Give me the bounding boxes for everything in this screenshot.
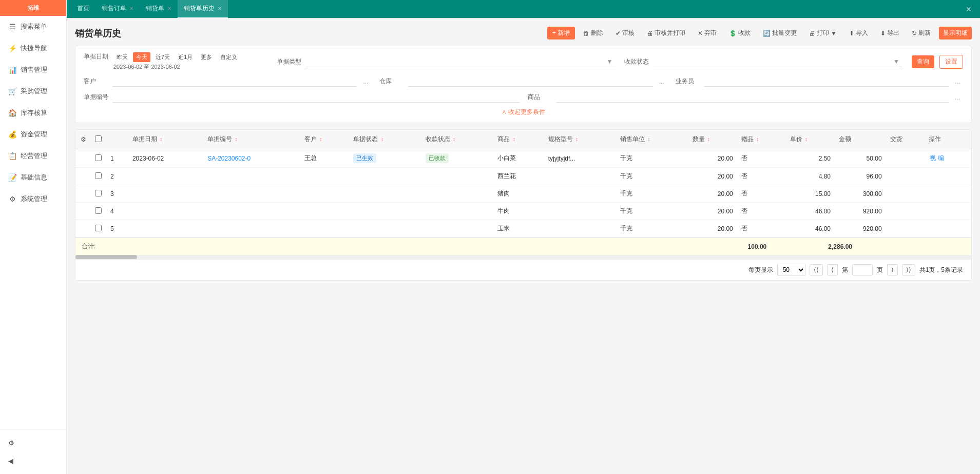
new-button[interactable]: + 新增: [547, 27, 575, 40]
collect-icon: 💲: [729, 30, 737, 37]
table-header-sales-unit[interactable]: 销售单位 ↕: [616, 130, 688, 149]
sidebar-item-sys-mgmt[interactable]: ⚙ 系统管理: [0, 188, 66, 210]
table-header-customer[interactable]: 客户 ↕: [300, 130, 349, 149]
sidebar-item-quick-nav[interactable]: ⚡ 快捷导航: [0, 37, 66, 59]
table-header-spec[interactable]: 规格型号 ↕: [544, 130, 616, 149]
warehouse-ellipsis[interactable]: ...: [656, 77, 667, 86]
delete-button[interactable]: 🗑 删除: [579, 27, 607, 40]
total-label: 合计:: [82, 242, 95, 251]
customer-input[interactable]: [112, 76, 357, 87]
tab-sales-history[interactable]: 销货单历史 ✕: [178, 0, 228, 18]
row-num-cell: 2: [106, 168, 128, 185]
filter-goods: 商品 ...: [528, 92, 964, 103]
table-scrollbar[interactable]: [75, 255, 971, 259]
purchase-mgmt-icon: 🛒: [8, 87, 16, 95]
sidebar-item-sales-mgmt[interactable]: 📊 销售管理: [0, 59, 66, 81]
filter-payment-status: 收款状态 ▼ 查询 设置: [624, 55, 964, 69]
sidebar-item-operations-mgmt[interactable]: 📋 经营管理: [0, 145, 66, 167]
date-tag-1month[interactable]: 近1月: [175, 52, 196, 62]
table-header-goods[interactable]: 商品 ↕: [493, 130, 544, 149]
settings-filter-button[interactable]: 设置: [939, 55, 963, 69]
print-button[interactable]: 🖨 打印 ▼: [805, 27, 841, 40]
table-settings-btn[interactable]: ⚙: [75, 130, 91, 149]
audit-button[interactable]: ✔ 审核: [611, 27, 639, 40]
action-edit-btn[interactable]: 编: [937, 154, 945, 162]
date-tag-today[interactable]: 今天: [133, 52, 150, 62]
audit-print-button[interactable]: 🖨 审核并打印: [643, 27, 689, 40]
goods-label: 商品: [528, 93, 553, 102]
quick-nav-icon: ⚡: [8, 44, 16, 52]
table-header-payment-status[interactable]: 收款状态 ↕: [421, 130, 493, 149]
query-button[interactable]: 查询: [912, 55, 934, 68]
collect-button[interactable]: 💲 收款: [725, 27, 755, 40]
goods-ellipsis[interactable]: ...: [952, 93, 963, 102]
sidebar-item-search-menu[interactable]: ☰ 搜索菜单: [0, 16, 66, 37]
table-header-row: ⚙ 单据日期 ↕ 单据编号 ↕ 客户 ↕: [75, 130, 971, 149]
row-checkbox-cell[interactable]: [91, 168, 106, 185]
th-doc-no-label: 单据编号: [207, 135, 232, 143]
row-checkbox-cell[interactable]: [91, 149, 106, 168]
sidebar-bottom-settings[interactable]: ⚙: [0, 434, 66, 452]
row-unit-price: 46.00: [786, 203, 835, 220]
sidebar-bottom-collapse[interactable]: ◀: [0, 452, 66, 470]
row-checkbox[interactable]: [95, 190, 102, 196]
prev-page-btn[interactable]: ⟨: [827, 264, 838, 275]
date-tag-more[interactable]: 更多: [198, 52, 215, 62]
salesperson-ellipsis[interactable]: ...: [952, 77, 963, 86]
row-checkbox[interactable]: [95, 225, 102, 231]
per-page-select[interactable]: 50 100: [777, 264, 805, 276]
table-header-doc-status[interactable]: 单据状态 ↕: [349, 130, 421, 149]
doc-no-input[interactable]: [112, 92, 520, 103]
row-checkbox-cell[interactable]: [91, 220, 106, 238]
salesperson-input[interactable]: [704, 76, 949, 87]
date-tag-custom[interactable]: 自定义: [217, 52, 240, 62]
sales-mgmt-icon: 📊: [8, 66, 16, 74]
table-header-quantity[interactable]: 数量 ↕: [688, 130, 737, 149]
export-button[interactable]: ⬇ 导出: [876, 27, 904, 40]
goods-input[interactable]: [556, 92, 949, 103]
sidebar-item-purchase-mgmt[interactable]: 🛒 采购管理: [0, 81, 66, 102]
tab-sales-order-close[interactable]: ✕: [129, 6, 133, 11]
first-page-btn[interactable]: ⟨⟨: [810, 264, 823, 275]
last-page-btn[interactable]: ⟩⟩: [902, 264, 915, 275]
table-header-gift[interactable]: 赠品 ↕: [737, 130, 786, 149]
import-button[interactable]: ⬆ 导入: [845, 27, 872, 40]
th-goods-label: 商品: [497, 135, 510, 143]
row-checkbox-cell[interactable]: [91, 185, 106, 203]
tab-sales-history-close[interactable]: ✕: [218, 6, 222, 11]
abandon-button[interactable]: ✕ 弃审: [694, 27, 721, 40]
page-number-input[interactable]: 1: [852, 264, 873, 275]
sidebar-item-basic-info[interactable]: 📝 基础信息: [0, 167, 66, 188]
doc-type-select[interactable]: ▼: [305, 56, 616, 67]
row-checkbox-cell[interactable]: [91, 203, 106, 220]
row-checkbox[interactable]: [95, 154, 102, 161]
doc-no-link[interactable]: SA-20230602-0: [207, 155, 251, 162]
collapse-more-btn[interactable]: ∧ 收起更多条件: [84, 108, 963, 116]
payment-status-select[interactable]: ▼: [653, 56, 903, 67]
tab-sales-goods[interactable]: 销货单 ✕: [140, 0, 178, 18]
next-page-btn[interactable]: ⟩: [887, 264, 898, 275]
sidebar-item-inventory[interactable]: 🏠 库存核算: [0, 102, 66, 124]
table-header-unit-price[interactable]: 单价 ↕: [786, 130, 835, 149]
date-tag-7days[interactable]: 近7天: [152, 52, 173, 62]
batch-change-button[interactable]: 🔄 批量变更: [759, 27, 801, 40]
delete-icon: 🗑: [583, 30, 589, 37]
tab-bar-close-btn[interactable]: ✕: [962, 3, 976, 15]
table-header-doc-date[interactable]: 单据日期 ↕: [128, 130, 203, 149]
refresh-button[interactable]: ↻ 刷新: [908, 27, 935, 40]
row-checkbox[interactable]: [95, 172, 102, 179]
show-detail-button[interactable]: 显示明细: [939, 27, 972, 40]
tab-sales-order[interactable]: 销售订单 ✕: [95, 0, 140, 18]
scrollbar-thumb[interactable]: [75, 255, 137, 259]
customer-ellipsis[interactable]: ...: [360, 77, 371, 86]
tab-home[interactable]: 首页: [71, 0, 95, 18]
table-header-checkbox[interactable]: [91, 130, 106, 149]
warehouse-input[interactable]: [408, 76, 652, 87]
sidebar-item-finance-mgmt[interactable]: 💰 资金管理: [0, 124, 66, 145]
select-all-checkbox[interactable]: [95, 135, 102, 142]
action-view-btn[interactable]: 视: [929, 154, 937, 162]
table-header-doc-no[interactable]: 单据编号 ↕: [203, 130, 300, 149]
tab-sales-goods-close[interactable]: ✕: [167, 6, 171, 11]
row-checkbox[interactable]: [95, 207, 102, 214]
date-tag-yesterday[interactable]: 昨天: [113, 52, 131, 62]
